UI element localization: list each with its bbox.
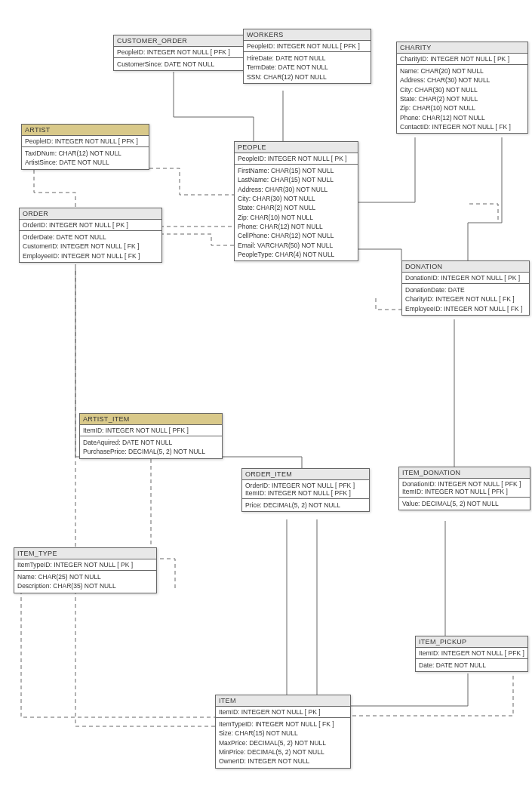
pk-field: ItemID: INTEGER NOT NULL [ PFK ] <box>419 649 524 657</box>
entity-order: ORDER OrderID: INTEGER NOT NULL [ PK ] O… <box>19 208 162 263</box>
attr-field: Email: VARCHAR(50) NOT NULL <box>238 241 355 250</box>
attr-field: MinPrice: DECIMAL(5, 2) NOT NULL <box>219 747 347 757</box>
attr-field: OwnerID: INTEGER NOT NULL <box>219 757 347 766</box>
attr-field: State: CHAR(2) NOT NULL <box>238 203 355 212</box>
pk-field: PeopleID: INTEGER NOT NULL [ PFK ] <box>25 137 146 145</box>
attr-field: City: CHAR(30) NOT NULL <box>400 85 524 94</box>
attr-field: PurchasePrice: DECIMAL(5, 2) NOT NULL <box>83 447 219 456</box>
entity-item: ITEM ItemID: INTEGER NOT NULL [ PK ] Ite… <box>215 695 351 769</box>
entity-people: PEOPLE PeopleID: INTEGER NOT NULL [ PK ]… <box>234 141 358 261</box>
pk-field: ItemID: INTEGER NOT NULL [ PK ] <box>219 708 347 716</box>
attr-field: Name: CHAR(25) NOT NULL <box>17 572 153 581</box>
attr-field: ContactID: INTEGER NOT NULL [ FK ] <box>400 122 524 131</box>
entity-customer-order: CUSTOMER_ORDER PeopleID: INTEGER NOT NUL… <box>113 35 249 71</box>
attr-field: LastName: CHAR(15) NOT NULL <box>238 175 355 184</box>
pk-field: CharityID: INTEGER NOT NULL [ PK ] <box>400 55 524 63</box>
attr-field: CustomerID: INTEGER NOT NULL [ FK ] <box>23 242 158 251</box>
attr-field: Zip: CHAR(10) NOT NULL <box>400 103 524 112</box>
entity-artist: ARTIST PeopleID: INTEGER NOT NULL [ PFK … <box>21 124 149 170</box>
entity-title: ITEM_TYPE <box>14 548 156 559</box>
attr-field: Value: DECIMAL(5, 2) NOT NULL <box>402 499 527 508</box>
attr-field: Address: CHAR(30) NOT NULL <box>238 185 355 194</box>
entity-title: ORDER_ITEM <box>242 469 369 480</box>
entity-charity: CHARITY CharityID: INTEGER NOT NULL [ PK… <box>396 42 528 134</box>
attr-field: DonationDate: DATE <box>405 285 526 294</box>
attr-field: City: CHAR(30) NOT NULL <box>238 194 355 203</box>
attr-field: CustomerSince: DATE NOT NULL <box>117 60 245 69</box>
entity-title: ITEM_PICKUP <box>416 636 527 648</box>
attr-field: MaxPrice: DECIMAL(5, 2) NOT NULL <box>219 738 347 747</box>
attr-field: EmployeeID: INTEGER NOT NULL [ FK ] <box>405 304 526 313</box>
attr-field: DateAquired: DATE NOT NULL <box>83 438 219 447</box>
pk-field: DonationID: INTEGER NOT NULL [ PK ] <box>405 274 526 282</box>
pk-field: PeopleID: INTEGER NOT NULL [ PFK ] <box>117 48 245 56</box>
entity-artist-item: ARTIST_ITEM ItemID: INTEGER NOT NULL [ P… <box>79 413 223 459</box>
attr-field: State: CHAR(2) NOT NULL <box>400 94 524 103</box>
entity-title: DONATION <box>402 261 529 273</box>
pk-field: PeopleID: INTEGER NOT NULL [ PFK ] <box>247 42 367 50</box>
attr-field: ArtistSince: DATE NOT NULL <box>25 158 146 167</box>
attr-field: HireDate: DATE NOT NULL <box>247 54 367 63</box>
entity-workers: WORKERS PeopleID: INTEGER NOT NULL [ PFK… <box>243 29 371 84</box>
entity-order-item: ORDER_ITEM OrderID: INTEGER NOT NULL [ P… <box>241 468 370 512</box>
pk-field: OrderID: INTEGER NOT NULL [ PFK ] <box>245 482 366 489</box>
entity-item-type: ITEM_TYPE ItemTypeID: INTEGER NOT NULL [… <box>14 547 157 593</box>
entity-title: CHARITY <box>397 42 527 54</box>
entity-title: ITEM <box>216 695 350 707</box>
entity-title: ITEM_DONATION <box>399 467 530 479</box>
pk-field: DonationID: INTEGER NOT NULL [ PFK ] <box>402 480 527 488</box>
attr-field: Date: DATE NOT NULL <box>419 661 524 670</box>
attr-field: FirstName: CHAR(15) NOT NULL <box>238 166 355 175</box>
attr-field: ItemTypeID: INTEGER NOT NULL [ FK ] <box>219 720 347 729</box>
attr-field: Description: CHAR(35) NOT NULL <box>17 581 153 590</box>
entity-title: ARTIST_ITEM <box>80 414 222 425</box>
attr-field: OrderDate: DATE NOT NULL <box>23 233 158 242</box>
attr-field: Phone: CHAR(12) NOT NULL <box>238 222 355 231</box>
entity-title: PEOPLE <box>235 142 358 153</box>
attr-field: PeopleType: CHAR(4) NOT NULL <box>238 250 355 259</box>
attr-field: Price: DECIMAL(5, 2) NOT NULL <box>245 501 366 510</box>
pk-field: ItemID: INTEGER NOT NULL [ PFK ] <box>83 427 219 434</box>
attr-field: EmployeeID: INTEGER NOT NULL [ FK ] <box>23 251 158 260</box>
entity-item-pickup: ITEM_PICKUP ItemID: INTEGER NOT NULL [ P… <box>415 636 528 672</box>
pk-field: PeopleID: INTEGER NOT NULL [ PK ] <box>238 155 355 162</box>
attr-field: TermDate: DATE NOT NULL <box>247 63 367 72</box>
pk-field: ItemTypeID: INTEGER NOT NULL [ PK ] <box>17 561 153 569</box>
attr-field: CharityID: INTEGER NOT NULL [ FK ] <box>405 294 526 304</box>
attr-field: Address: CHAR(30) NOT NULL <box>400 76 524 85</box>
entity-title: ORDER <box>20 208 161 220</box>
entity-donation: DONATION DonationID: INTEGER NOT NULL [ … <box>401 260 530 316</box>
pk-field: ItemID: INTEGER NOT NULL [ PFK ] <box>245 489 366 497</box>
entity-item-donation: ITEM_DONATION DonationID: INTEGER NOT NU… <box>398 467 530 510</box>
attr-field: Zip: CHAR(10) NOT NULL <box>238 213 355 222</box>
attr-field: Phone: CHAR(12) NOT NULL <box>400 113 524 122</box>
entity-title: ARTIST <box>22 125 149 136</box>
pk-field: ItemID: INTEGER NOT NULL [ PFK ] <box>402 488 527 495</box>
attr-field: CellPhone: CHAR(12) NOT NULL <box>238 231 355 240</box>
attr-field: Name: CHAR(20) NOT NULL <box>400 66 524 76</box>
entity-title: CUSTOMER_ORDER <box>114 35 248 47</box>
attr-field: SSN: CHAR(12) NOT NULL <box>247 72 367 82</box>
entity-title: WORKERS <box>244 29 371 41</box>
attr-field: TaxIDNum: CHAR(12) NOT NULL <box>25 149 146 158</box>
attr-field: Size: CHAR(15) NOT NULL <box>219 729 347 738</box>
pk-field: OrderID: INTEGER NOT NULL [ PK ] <box>23 221 158 229</box>
